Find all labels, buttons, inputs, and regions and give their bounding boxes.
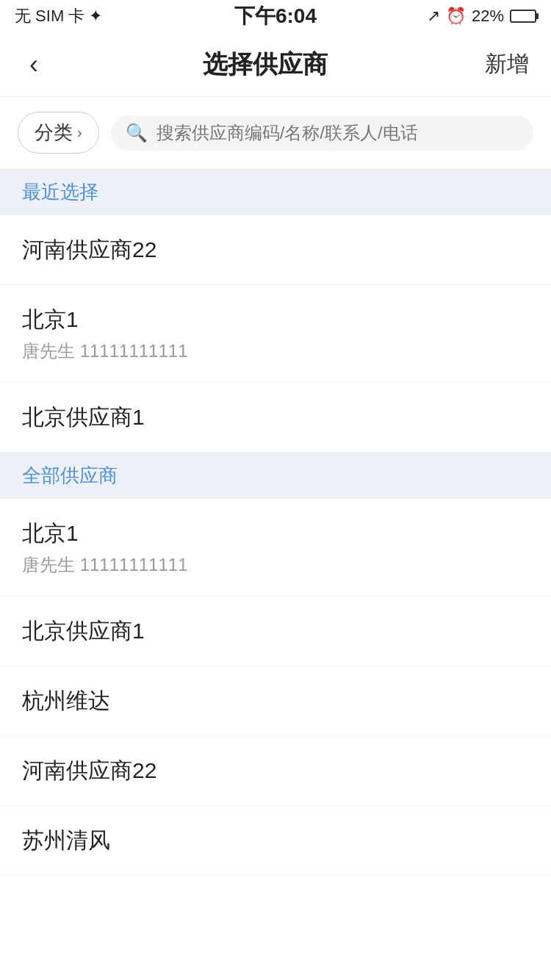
search-input[interactable]: [156, 123, 519, 143]
all-section-header: 全部供应商: [0, 453, 551, 499]
list-item[interactable]: 北京供应商1: [0, 597, 551, 666]
item-name: 北京供应商1: [22, 402, 529, 433]
nav-bar: ‹ 选择供应商 新增: [0, 32, 551, 97]
item-name: 北京1: [22, 304, 529, 335]
list-item[interactable]: 河南供应商22: [0, 215, 551, 285]
item-sub: 唐先生 11111111111: [22, 553, 529, 577]
all-list: 北京1唐先生 11111111111北京供应商1杭州维达河南供应商22苏州清风: [0, 499, 551, 876]
item-name: 苏州清风: [22, 825, 529, 856]
page-title: 选择供应商: [203, 48, 328, 82]
status-right: ↗ ⏰ 22%: [427, 7, 536, 26]
add-button[interactable]: 新增: [485, 49, 529, 79]
list-item[interactable]: 北京1唐先生 11111111111: [0, 499, 551, 597]
list-item[interactable]: 杭州维达: [0, 666, 551, 736]
battery-percent: 22%: [472, 7, 504, 26]
no-sim-text: 无 SIM 卡 ✦: [15, 5, 102, 27]
list-item[interactable]: 苏州清风: [0, 806, 551, 876]
item-name: 河南供应商22: [22, 234, 529, 265]
search-box[interactable]: 🔍: [111, 115, 533, 151]
category-arrow-icon: ›: [77, 124, 82, 141]
item-name: 杭州维达: [22, 685, 529, 716]
item-sub: 唐先生 11111111111: [22, 339, 529, 363]
recent-section-header: 最近选择: [0, 169, 551, 215]
list-item[interactable]: 北京1唐先生 11111111111: [0, 285, 551, 383]
category-label: 分类: [35, 120, 73, 145]
recent-list: 河南供应商22北京1唐先生 11111111111北京供应商1: [0, 215, 551, 453]
list-item[interactable]: 北京供应商1: [0, 383, 551, 453]
recent-section-title: 最近选择: [22, 181, 98, 203]
list-item[interactable]: 河南供应商22: [0, 736, 551, 806]
item-name: 北京供应商1: [22, 616, 529, 646]
item-name: 河南供应商22: [22, 755, 529, 786]
status-left: 无 SIM 卡 ✦: [15, 5, 102, 27]
status-bar: 无 SIM 卡 ✦ 下午6:04 ↗ ⏰ 22%: [0, 0, 551, 32]
alarm-icon: ⏰: [446, 7, 466, 26]
search-icon: 🔍: [126, 123, 148, 143]
filter-bar: 分类 › 🔍: [0, 97, 551, 169]
location-icon: ↗: [427, 7, 440, 26]
all-section-title: 全部供应商: [22, 464, 118, 486]
item-name: 北京1: [22, 518, 529, 549]
status-time: 下午6:04: [234, 2, 317, 30]
back-button[interactable]: ‹: [22, 42, 46, 87]
category-button[interactable]: 分类 ›: [18, 112, 99, 154]
battery-icon: [510, 10, 536, 23]
